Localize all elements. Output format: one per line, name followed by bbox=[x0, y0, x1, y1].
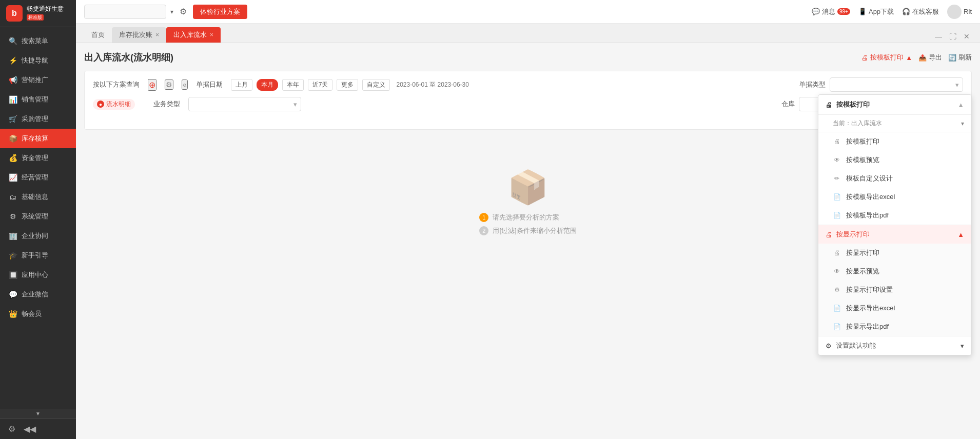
filter-collapse-button[interactable]: « bbox=[182, 79, 188, 90]
online-service-button[interactable]: 🎧 在线客服 bbox=[902, 7, 939, 16]
template-print-item[interactable]: 🖨 按模板打印 bbox=[818, 132, 971, 151]
display-preview-icon: 👁 bbox=[833, 268, 841, 275]
sidebar-item-enterprise[interactable]: 🏢 企业协同 bbox=[0, 226, 76, 246]
topbar-gear-icon[interactable]: ⚙ bbox=[180, 7, 187, 16]
display-items-group: 🖨 按显示打印 👁 按显示预览 ⚙ 按显示打印设置 📄 按显示导出excel 📄 bbox=[818, 244, 971, 336]
search-input[interactable] bbox=[84, 5, 166, 19]
sidebar-item-finance[interactable]: 💰 资金管理 bbox=[0, 148, 76, 168]
cart-icon: 🛒 bbox=[8, 115, 17, 123]
filter-settings-button[interactable]: ⚙ bbox=[165, 79, 173, 90]
topbar: ▾ ⚙ 体验行业方案 💬 消息 99+ 📱 App下载 🎧 在线客服 Rit bbox=[76, 0, 980, 24]
sidebar-item-quick-nav[interactable]: ⚡ 快捷导航 bbox=[0, 51, 76, 70]
empty-illustration: 📦 bbox=[507, 168, 548, 207]
tab-list: 首页 库存批次账 × 出入库流水 × bbox=[84, 27, 932, 43]
gear-icon: ⚙ bbox=[8, 212, 17, 221]
sidebar-item-operation[interactable]: 📈 经营管理 bbox=[0, 168, 76, 187]
date-btn-this-year[interactable]: 本年 bbox=[282, 79, 304, 91]
refresh-button[interactable]: 🔄 刷新 bbox=[948, 53, 972, 62]
template-preview-icon: 👁 bbox=[833, 156, 841, 164]
date-btn-prev-month[interactable]: 上月 bbox=[231, 79, 252, 91]
tab-restore-button[interactable]: ⛶ bbox=[947, 31, 958, 42]
page-content: 出入库流水(流水明细) 🖨 按模板打印 ▲ 📤 导出 🔄 刷新 bbox=[76, 43, 980, 439]
industry-solution-button[interactable]: 体验行业方案 bbox=[193, 5, 247, 19]
user-avatar-area[interactable]: Rit bbox=[947, 5, 972, 19]
template-excel-item[interactable]: 📄 按模板导出excel bbox=[818, 188, 971, 206]
page-actions: 🖨 按模板打印 ▲ 📤 导出 🔄 刷新 bbox=[861, 53, 972, 62]
chevron-up-icon: ▲ bbox=[906, 54, 912, 62]
display-excel-item[interactable]: 📄 按显示导出excel bbox=[818, 299, 971, 317]
page-header: 出入库流水(流水明细) 🖨 按模板打印 ▲ 📤 导出 🔄 刷新 bbox=[84, 51, 972, 64]
sidebar-item-basic[interactable]: 🗂 基础信息 bbox=[0, 187, 76, 207]
step-number-2: 2 bbox=[479, 226, 488, 235]
graduate-icon: 🎓 bbox=[8, 251, 17, 260]
sidebar-item-search[interactable]: 🔍 搜索菜单 bbox=[0, 31, 76, 51]
sidebar-item-sales[interactable]: 📊 销售管理 bbox=[0, 90, 76, 109]
business-type-input[interactable] bbox=[188, 97, 301, 111]
settings-icon[interactable]: ⚙ bbox=[8, 424, 15, 434]
search-dropdown-icon[interactable]: ▾ bbox=[170, 8, 173, 15]
display-section-header[interactable]: 🖨 按显示打印 ▲ bbox=[818, 225, 971, 244]
sidebar-item-guide[interactable]: 🎓 新手引导 bbox=[0, 246, 76, 265]
scroll-down-indicator[interactable]: ▼ bbox=[35, 411, 41, 416]
sidebar-item-purchase[interactable]: 🛒 采购管理 bbox=[0, 109, 76, 129]
tab-home[interactable]: 首页 bbox=[84, 27, 112, 43]
voucher-type-dropdown-icon: ▾ bbox=[955, 81, 959, 89]
template-design-item[interactable]: ✏ 模板自定义设计 bbox=[818, 169, 971, 188]
empty-step-2: 2 用[过滤]条件来缩小分析范围 bbox=[479, 226, 576, 235]
display-print-settings-item[interactable]: ⚙ 按显示打印设置 bbox=[818, 281, 971, 299]
dropdown-panel-header: 🖨 按模板打印 ▲ bbox=[818, 95, 971, 115]
search-icon: 🔍 bbox=[8, 37, 17, 45]
template-pdf-item[interactable]: 📄 按模板导出pdf bbox=[818, 206, 971, 225]
message-icon: 💬 bbox=[812, 8, 820, 15]
display-preview-item[interactable]: 👁 按显示预览 bbox=[818, 262, 971, 281]
date-btn-7days[interactable]: 近7天 bbox=[308, 79, 333, 91]
date-btn-current-month[interactable]: 本月 bbox=[257, 79, 278, 91]
sidebar-item-member[interactable]: 👑 畅会员 bbox=[0, 304, 76, 324]
display-print-item[interactable]: 🖨 按显示打印 bbox=[818, 244, 971, 262]
current-template-chevron-icon: ▾ bbox=[961, 120, 964, 127]
voucher-type-input[interactable] bbox=[830, 77, 963, 92]
business-type-dropdown-icon: ▾ bbox=[293, 101, 297, 108]
business-type-label: 业务类型 bbox=[153, 99, 180, 109]
sidebar: b 畅捷通好生意 标准版 🔍 搜索菜单 ⚡ 快捷导航 📢 营销推广 📊 销售管理… bbox=[0, 0, 76, 439]
dropdown-header-chevron-icon[interactable]: ▲ bbox=[957, 101, 964, 109]
sidebar-item-inventory[interactable]: 📦 库存核算 bbox=[0, 129, 76, 148]
add-filter-button[interactable]: ⊕ bbox=[148, 79, 156, 91]
dropdown-current-template: 当前：出入库流水 ▾ bbox=[818, 115, 971, 132]
step-number-1: 1 bbox=[479, 213, 488, 222]
refresh-icon: 🔄 bbox=[948, 54, 956, 62]
app-logo-icon: b bbox=[6, 5, 23, 22]
display-print-settings-icon: ⚙ bbox=[833, 286, 841, 293]
set-default-function-item[interactable]: ⚙ 设置默认功能 ▾ bbox=[818, 336, 971, 355]
tab-batch-account[interactable]: 库存批次账 × bbox=[112, 27, 166, 43]
sidebar-item-apps[interactable]: 🔲 应用中心 bbox=[0, 265, 76, 285]
tab-inout-flow-close[interactable]: × bbox=[210, 31, 213, 38]
display-pdf-item[interactable]: 📄 按显示导出pdf bbox=[818, 317, 971, 336]
tab-batch-account-close[interactable]: × bbox=[155, 31, 159, 38]
sidebar-item-system[interactable]: ⚙ 系统管理 bbox=[0, 207, 76, 226]
filter-tag-flow[interactable]: ● 流水明细 bbox=[93, 99, 135, 110]
tab-close-all-button[interactable]: ✕ bbox=[962, 31, 972, 42]
building-icon: 🏢 bbox=[8, 232, 17, 240]
tab-inout-flow[interactable]: 出入库流水 × bbox=[166, 27, 221, 43]
date-btn-more[interactable]: 更多 bbox=[337, 79, 358, 91]
flash-icon: ⚡ bbox=[8, 56, 17, 65]
sidebar-item-marketing[interactable]: 📢 营销推广 bbox=[0, 70, 76, 90]
wechat-icon: 💬 bbox=[8, 290, 17, 298]
collapse-sidebar-icon[interactable]: ◀◀ bbox=[24, 424, 36, 434]
chart-icon: 📊 bbox=[8, 95, 17, 104]
export-icon: 📤 bbox=[918, 54, 927, 62]
sidebar-item-weixin[interactable]: 💬 企业微信 bbox=[0, 285, 76, 304]
empty-step-1: 1 请先选择要分析的方案 bbox=[479, 213, 576, 222]
voucher-type-filter: 单据类型 ▾ bbox=[799, 77, 963, 92]
message-button[interactable]: 💬 消息 99+ bbox=[812, 7, 850, 16]
app-download-button[interactable]: 📱 App下载 bbox=[858, 7, 894, 16]
printer-icon: 🖨 bbox=[861, 54, 868, 62]
grid-icon: 🔲 bbox=[8, 271, 17, 279]
date-btn-custom[interactable]: 自定义 bbox=[362, 79, 390, 91]
export-button[interactable]: 📤 导出 bbox=[918, 53, 942, 62]
template-preview-item[interactable]: 👁 按模板预览 bbox=[818, 151, 971, 169]
display-excel-icon: 📄 bbox=[833, 305, 841, 312]
tab-minimize-button[interactable]: — bbox=[933, 31, 944, 42]
print-template-button[interactable]: 🖨 按模板打印 ▲ bbox=[861, 53, 912, 62]
